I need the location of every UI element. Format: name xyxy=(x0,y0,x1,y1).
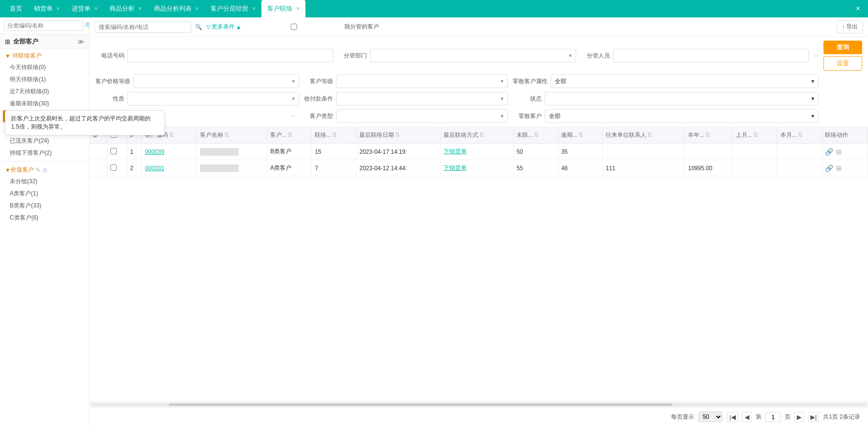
row1-grid-icon[interactable]: ⊞ xyxy=(836,148,842,156)
price-grade-label: 客户价格等级 xyxy=(95,77,130,86)
col-last-month[interactable]: 上月...⇅ xyxy=(732,127,777,144)
sidebar-item-b-class[interactable]: B类客户(33) xyxy=(0,200,89,212)
sidebar-item-lost[interactable]: 已流失客户(24) xyxy=(0,135,89,147)
close-customer-mgmt-tab[interactable]: × xyxy=(250,5,256,12)
page-label: 第 xyxy=(756,413,761,421)
col-this-month[interactable]: 本月...⇅ xyxy=(777,127,822,144)
col-overdue[interactable]: 逾期...⇅ xyxy=(558,127,603,144)
nav-customer-contact[interactable]: 客户联络 × xyxy=(261,0,305,17)
nav-purchase[interactable]: 进货单 × xyxy=(66,0,104,17)
sidebar-collapse-button[interactable]: ≫ xyxy=(77,38,84,45)
page-number-input[interactable] xyxy=(765,412,781,422)
col-category[interactable]: 客户...⇅ xyxy=(267,127,312,144)
cell-last-method-2[interactable]: 下销货单 xyxy=(440,160,513,176)
last-page-button[interactable]: ▶| xyxy=(808,412,819,422)
cell-code-1[interactable]: 000039 xyxy=(142,144,197,160)
status-select[interactable] xyxy=(545,92,819,105)
dept-select[interactable] xyxy=(370,49,576,62)
nav-home[interactable]: 首页 xyxy=(4,0,28,17)
value-group-settings-icon[interactable]: ⊙ xyxy=(43,167,47,174)
col-contact[interactable]: 联络...⇅ xyxy=(312,127,356,144)
cell-overdue-2: 48 xyxy=(558,160,603,176)
sidebar-pending-label: 待联络客户 xyxy=(13,52,42,60)
sidebar-item-c-class[interactable]: C类客户(6) xyxy=(0,212,89,224)
window-close-button[interactable]: × xyxy=(852,4,864,13)
horizontal-scrollbar[interactable] xyxy=(90,401,868,407)
sidebar-pending-group[interactable]: ▼ 待联络客户 xyxy=(0,49,89,61)
first-page-button[interactable]: |◀ xyxy=(727,412,738,422)
close-customer-contact-tab[interactable]: × xyxy=(294,5,300,12)
set-button[interactable]: 设置 xyxy=(823,56,862,71)
customer-type-select[interactable] xyxy=(336,109,508,123)
scrollbar-thumb[interactable] xyxy=(169,403,672,406)
manager-dots[interactable]: ··· xyxy=(814,52,819,59)
my-customers-checkbox-label[interactable]: 我分管的客户 xyxy=(245,23,379,31)
row1-link-icon[interactable]: 🔗 xyxy=(825,148,833,156)
row1-checkbox[interactable] xyxy=(110,148,117,154)
grade-select[interactable] xyxy=(336,74,508,88)
prev-page-button[interactable]: ◀ xyxy=(742,412,752,422)
sidebar-search-input[interactable] xyxy=(4,20,83,31)
sidebar-item-overdue[interactable]: 逾期未联络(30) xyxy=(0,98,89,110)
sidebar-item-ungrouped[interactable]: 未分组(32) xyxy=(0,176,89,188)
value-group-edit-icon[interactable]: ✎ xyxy=(36,167,41,174)
sidebar-item-a-class[interactable]: A类客户(1) xyxy=(0,188,89,200)
sidebar-item-today[interactable]: 今天待联络(0) xyxy=(0,61,89,73)
col-this-year[interactable]: 本年...⇅ xyxy=(685,127,732,144)
row2-link-icon[interactable]: 🔗 xyxy=(825,164,833,172)
col-last-method[interactable]: 最后联络方式⇅ xyxy=(440,127,513,144)
sidebar-item-declining[interactable]: 持续下滑客户(2) xyxy=(0,147,89,159)
status-label: 状态 xyxy=(513,95,542,103)
total-label: 共1页 2条记录 xyxy=(823,413,860,421)
close-purchase-tab[interactable]: × xyxy=(92,5,98,12)
filter-grade: 客户等级 xyxy=(304,74,508,88)
nav-product-list[interactable]: 商品分析列表 × xyxy=(148,0,205,17)
toolbar-search-icon[interactable]: 🔍 xyxy=(195,24,202,30)
per-page-select[interactable]: 50 20 100 xyxy=(698,411,723,422)
query-button[interactable]: 查询 xyxy=(823,41,862,54)
table-row: 1 000039 B类客户 15 2023-04-17 14:19: 下销货单 … xyxy=(90,144,868,160)
row4-dots[interactable]: ··· xyxy=(290,113,295,119)
sidebar-value-label: 价值客户 xyxy=(11,166,34,174)
cell-this-year-1 xyxy=(685,144,732,160)
cell-last-month-1 xyxy=(732,144,777,160)
cell-overdue-1: 35 xyxy=(558,144,603,160)
close-product-analysis-tab[interactable]: × xyxy=(137,5,142,12)
next-page-button[interactable]: ▶ xyxy=(794,412,804,422)
filter-customer-type: 客户类型 xyxy=(304,109,508,123)
nav-product-analysis[interactable]: 商品分析 × xyxy=(104,0,148,17)
manager-select[interactable] xyxy=(613,49,809,62)
retail-attr-select[interactable]: 全部 xyxy=(550,74,819,88)
cell-last-method-1[interactable]: 下销货单 xyxy=(440,144,513,160)
col-contact-person[interactable]: 往来单位联系人⇅ xyxy=(603,127,685,144)
sidebar-search-icon[interactable]: 🔍 xyxy=(85,22,90,29)
col-name[interactable]: 客户名称⇅ xyxy=(197,127,267,144)
cell-settings-2 xyxy=(90,160,107,176)
cell-this-month-1 xyxy=(777,144,822,160)
nav-sales[interactable]: 销货单 × xyxy=(28,0,66,17)
retail-customer-select[interactable]: 全部 xyxy=(545,109,819,123)
col-pending[interactable]: 未联...⇅ xyxy=(514,127,558,144)
row2-checkbox[interactable] xyxy=(110,164,117,171)
dept-chevron xyxy=(569,52,572,59)
phone-input[interactable] xyxy=(127,49,333,62)
more-conditions-button[interactable]: ▽ 更多条件 ▲ xyxy=(206,23,242,31)
col-last-date[interactable]: 最后联络日期⇅ xyxy=(356,127,440,144)
price-grade-select[interactable] xyxy=(133,74,299,88)
row2-grid-icon[interactable]: ⊞ xyxy=(836,164,842,172)
export-button[interactable]: ↑ 导出 xyxy=(837,20,863,33)
search-input[interactable] xyxy=(94,21,191,33)
nav-customer-mgmt[interactable]: 客户分层经营 × xyxy=(205,0,261,17)
my-customers-checkbox[interactable] xyxy=(245,24,342,30)
close-sales-tab[interactable]: × xyxy=(55,5,60,12)
sidebar-value-group[interactable]: ▼ 价值客户 ✎ ⊙ xyxy=(0,163,89,176)
sidebar-item-7days[interactable]: 近7天待联络(0) xyxy=(0,86,89,98)
cell-code-2[interactable]: 000031 xyxy=(142,160,197,176)
close-product-list-tab[interactable]: × xyxy=(194,5,199,12)
retail-attr-label: 零散客户属性 xyxy=(513,77,548,86)
table-row: 2 000031 A类客户 7 2023-04-12 14:44: 下销货单 5… xyxy=(90,160,868,176)
sidebar-item-tomorrow[interactable]: 明天待联络(1) xyxy=(0,73,89,86)
gender-select[interactable] xyxy=(127,92,299,105)
pay-cond-select[interactable] xyxy=(336,92,508,105)
pay-cond-chevron xyxy=(501,95,503,102)
